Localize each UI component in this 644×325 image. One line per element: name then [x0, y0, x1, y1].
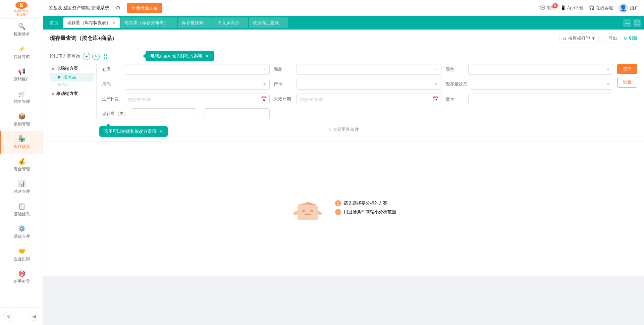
- print-btn[interactable]: 🖨 按模板打印 ▼: [559, 34, 599, 43]
- batch-field: 批号: [445, 94, 613, 104]
- tab-batch-account-close[interactable]: ✕: [206, 21, 209, 25]
- empty-tips: 1 请先选择要分析的方案 2 用过滤条件来缩小分析范围: [335, 200, 396, 218]
- user-area[interactable]: 👤 用户: [619, 3, 639, 13]
- app-download-btn[interactable]: 📱 App下载: [560, 5, 584, 11]
- stock-qty-max-input[interactable]: [205, 108, 270, 119]
- filter-edit-btn[interactable]: ✎: [92, 53, 100, 60]
- sidebar-item-marketing[interactable]: 📢 营销推广: [0, 64, 43, 86]
- user-label: 用户: [630, 5, 639, 11]
- industry-btn[interactable]: 体验行业方案: [127, 3, 162, 13]
- export-label: 导出: [608, 35, 617, 41]
- batch-label: 批号: [445, 96, 466, 102]
- pc-scheme-tooltip-close[interactable]: ✕: [205, 53, 209, 59]
- header-settings-icon[interactable]: ⚙: [113, 3, 123, 13]
- tab-recv-send[interactable]: 收发存汇总表 ✕: [249, 17, 288, 28]
- sidebar-item-guide[interactable]: 🎯 新手引导: [0, 266, 43, 288]
- expiry-date-input[interactable]: yyyy-mm-dd 📅: [297, 94, 441, 104]
- warehouse-select[interactable]: ···: [125, 64, 270, 75]
- expiry-date-field: 失效日期 yyyy-mm-dd 📅: [274, 94, 441, 104]
- reset-btn[interactable]: 设置: [617, 77, 637, 88]
- range-separator: —: [198, 111, 203, 116]
- tab-inventory-dist[interactable]: 现存量（库存分布表） ✕: [120, 17, 177, 28]
- filter-back-btn[interactable]: ⟨⟨: [102, 53, 109, 60]
- tab-recv-send-label: 收发存汇总表: [253, 20, 279, 26]
- tab-recv-send-close[interactable]: ✕: [281, 21, 284, 25]
- empty-tip-1: 1 请先选择要分析的方案: [335, 200, 396, 206]
- message-btn[interactable]: 💬 6 消息: [540, 5, 555, 11]
- origin-select[interactable]: ▼: [297, 79, 441, 90]
- origin-label: 产地: [274, 81, 294, 87]
- tip-num-1: 1: [335, 200, 341, 206]
- goods-field: 商品 ···: [274, 64, 441, 75]
- tab-minimize-btn[interactable]: —: [623, 19, 631, 27]
- color-select[interactable]: ▼: [468, 64, 613, 75]
- export-btn[interactable]: ↑ 导出: [602, 34, 621, 43]
- goods-select[interactable]: ···: [297, 64, 441, 75]
- empty-tip-2-text: 用过滤条件来缩小分析范围: [344, 209, 396, 215]
- sidebar-item-search[interactable]: 🔍 搜索菜单: [0, 19, 43, 41]
- sidebar-item-basic[interactable]: 📋 基础信息: [0, 199, 43, 221]
- size-select[interactable]: ▼: [125, 79, 270, 90]
- tab-inventory-dist-label: 现存量（库存分布表）: [124, 20, 168, 26]
- tab-inventory-dist-close[interactable]: ✕: [170, 21, 173, 25]
- sidebar-item-sales[interactable]: 🛒 销售管理: [0, 86, 43, 109]
- svg-point-1: [302, 210, 305, 212]
- guide-icon: 🎯: [18, 270, 25, 277]
- production-date-input[interactable]: yyyy-mm-dd 📅: [125, 94, 270, 104]
- refresh-btn[interactable]: ↻ 刷新: [624, 35, 637, 41]
- logo-icon: 6: [15, 2, 28, 9]
- sidebar-item-system[interactable]: ⚙️ 系统管理: [0, 221, 43, 243]
- header-left: 装备及固定资产辅助管理系统 ⚙ 体验行业方案: [48, 3, 162, 13]
- online-service-btn[interactable]: 🎧 在线客服: [589, 5, 613, 11]
- page-actions: 🖨 按模板打印 ▼ ↑ 导出 ↻ 刷新: [559, 34, 637, 43]
- message-badge: 6: [552, 3, 558, 8]
- create-edit-tooltip-close[interactable]: ✕: [159, 129, 163, 134]
- production-date-field: 生产日期 yyyy-mm-dd 📅: [102, 94, 270, 104]
- marketing-icon: 📢: [18, 68, 25, 75]
- color-label: 颜色: [445, 66, 466, 72]
- sidebar-item-finance[interactable]: 💰 资金管理: [0, 154, 43, 176]
- search-btn[interactable]: 查询: [617, 64, 637, 74]
- main-area: 装备及固定资产辅助管理系统 ⚙ 体验行业方案 💬 6 消息 📱 App下载 🎧 …: [43, 0, 644, 325]
- origin-dropdown-icon: ▼: [434, 82, 438, 87]
- sidebar-item-quick-nav[interactable]: ⚡ 快捷导航: [0, 41, 43, 64]
- sales-icon: 🛒: [18, 90, 25, 98]
- pc-scheme-tooltip-text: 电脑方案可设为移动方案哦: [150, 53, 203, 59]
- sidebar-item-system-label: 系统管理: [14, 234, 30, 239]
- collapse-sidebar-btn[interactable]: ◀: [29, 312, 39, 321]
- status-select[interactable]: ▼: [470, 79, 613, 90]
- purchase-icon: 📦: [18, 113, 25, 120]
- sidebar-item-inventory[interactable]: 🏪 库存核算: [0, 131, 43, 154]
- empty-tip-1-text: 请先选择要分析的方案: [344, 200, 387, 206]
- active-scheme-item[interactable]: 按照品: [50, 73, 94, 82]
- tab-inventory-status-close[interactable]: ✕: [113, 21, 116, 25]
- sidebar-item-search-label: 搜索菜单: [14, 32, 30, 37]
- filter-add-btn[interactable]: +: [83, 53, 90, 60]
- expiry-date-placeholder: yyyy-mm-dd: [300, 97, 323, 102]
- stock-qty-field: 现存量（主） —: [102, 108, 270, 119]
- expiry-date-calendar-icon[interactable]: 📅: [433, 96, 438, 102]
- sidebar: 6 畅通好生意 标准版 🔍 搜索菜单 ⚡ 快捷导航 📢 营销推广 🛒 销售管理 …: [0, 0, 43, 325]
- print-dropdown-icon: ▼: [591, 36, 596, 41]
- tab-maximize-btn[interactable]: ⛶: [633, 19, 641, 27]
- scheme-area: ▶ 电脑端方案 按照品 按照品 ▶ 移动端方案 这里可以创建和修改方案哦: [50, 64, 637, 119]
- system-title: 装备及固定资产辅助管理系统: [48, 5, 109, 11]
- search-btn-group: 查询 设置: [617, 64, 637, 88]
- tab-inout-flow[interactable]: 出入库流水 ✕: [213, 17, 248, 28]
- sidebar-item-enterprise[interactable]: 🤝 企业协同: [0, 243, 43, 266]
- tab-batch-account[interactable]: 库存批次账 ✕: [178, 17, 213, 28]
- tab-inventory-status[interactable]: 现存量（库存状况表） ✕: [63, 17, 120, 28]
- tab-home[interactable]: 首页: [46, 17, 62, 28]
- message-icon: 💬: [540, 5, 545, 10]
- origin-field: 产地 ▼: [274, 79, 441, 90]
- tab-inout-flow-close[interactable]: ✕: [241, 21, 244, 25]
- collapse-btn[interactable]: ∧ 收起更多条件: [328, 126, 359, 132]
- sidebar-item-purchase[interactable]: 📦 采购管理: [0, 109, 43, 131]
- color-dropdown-icon: ▼: [606, 67, 610, 72]
- settings-bottom-btn[interactable]: ⚙: [4, 312, 13, 321]
- batch-input[interactable]: [468, 94, 613, 104]
- production-date-calendar-icon[interactable]: 📅: [261, 96, 267, 102]
- sidebar-item-operations[interactable]: 📊 经营管理: [0, 176, 43, 199]
- goods-label: 商品: [274, 66, 294, 72]
- stock-qty-min-input[interactable]: [131, 108, 196, 119]
